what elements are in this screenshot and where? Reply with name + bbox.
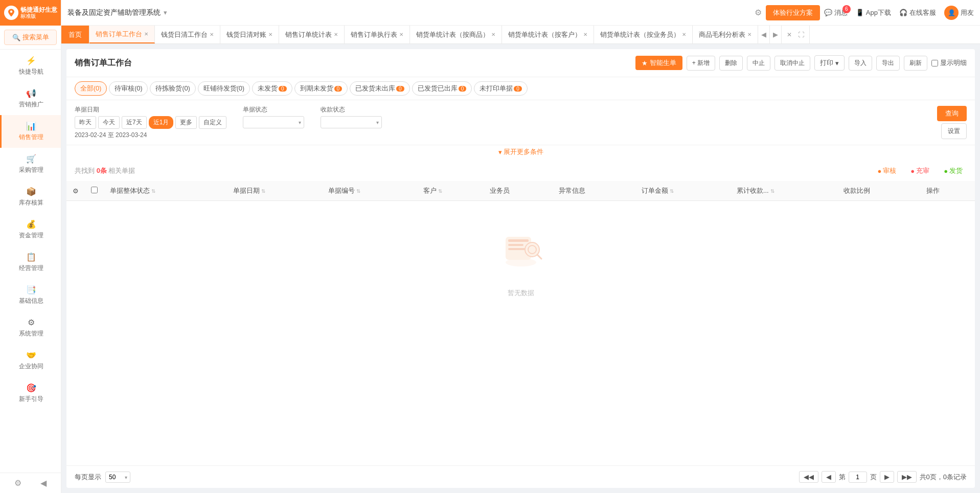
finance-icon: 💰: [26, 219, 36, 229]
delete-button[interactable]: 删除: [719, 56, 743, 71]
sidebar-item-inventory[interactable]: 📦 库存核算: [0, 181, 61, 213]
select-all-checkbox[interactable]: [91, 187, 98, 193]
filter-tab-wangpu[interactable]: 旺铺待发货(0): [198, 81, 250, 96]
tab-sales-stat-staff[interactable]: 销货单统计表（按业务员） ✕: [594, 26, 693, 43]
filter-tab-shipped-out[interactable]: 已发货已出库0: [412, 81, 472, 96]
svg-rect-3: [508, 244, 523, 246]
filter-tab-shipped-not-out[interactable]: 已发货未出库0: [350, 81, 410, 96]
tab-cash-daily[interactable]: 钱货日清工作台 ✕: [155, 26, 220, 43]
export-button[interactable]: 导出: [876, 56, 900, 71]
solution-button[interactable]: 体验行业方案: [766, 5, 820, 20]
sidebar-item-quick-nav[interactable]: ⚡ 快捷导航: [0, 50, 61, 82]
topbar-message[interactable]: 💬 消息 6: [824, 8, 848, 17]
sidebar-item-purchase[interactable]: 🛒 采购管理: [0, 148, 61, 181]
expand-conditions-button[interactable]: ▾ 展开更多条件: [498, 147, 543, 156]
new-button[interactable]: + 新增: [687, 56, 715, 71]
tab-stat-customer-close[interactable]: ✕: [583, 32, 587, 37]
smart-create-button[interactable]: ★ 智能生单: [635, 56, 682, 70]
sidebar-item-basic-info[interactable]: 📑 基础信息: [0, 279, 61, 311]
page-size-select[interactable]: 10 20 50 100: [105, 472, 130, 483]
sidebar-item-finance[interactable]: 💰 资金管理: [0, 213, 61, 246]
tab-stat-staff-close[interactable]: ✕: [682, 32, 686, 37]
topbar-user[interactable]: 👤 用友: [944, 6, 974, 20]
ship-button[interactable]: ● 发货: [940, 165, 967, 177]
tab-sales-stat-product[interactable]: 销货单统计表（按商品） ✕: [410, 26, 502, 43]
show-detail-label[interactable]: 显示明细: [931, 58, 967, 68]
date-btn-more[interactable]: 更多: [175, 116, 197, 129]
tab-cash-daily-close[interactable]: ✕: [210, 32, 214, 37]
tab-close-all-icon[interactable]: ✕: [785, 30, 794, 39]
audit-button[interactable]: ● 审核: [873, 165, 900, 177]
search-menu-button[interactable]: 🔍 搜索菜单: [4, 30, 57, 45]
query-button[interactable]: 查询: [937, 106, 967, 121]
sidebar-item-system[interactable]: ⚙ 系统管理: [0, 311, 61, 344]
column-settings-icon[interactable]: ⚙: [73, 187, 79, 195]
refresh-button[interactable]: 刷新: [904, 56, 927, 71]
app-version: 标准版: [20, 13, 57, 19]
guide-icon: 🎯: [26, 383, 36, 393]
date-btn-1month[interactable]: 近1月: [149, 116, 174, 129]
receipt-select-wrapper: [321, 116, 382, 128]
sidebar-item-operations[interactable]: 📋 经营管理: [0, 246, 61, 279]
tab-sales-exec-label: 销售订单执行表: [351, 30, 397, 39]
filter-tab-expired-not-shipped[interactable]: 到期未发货0: [294, 81, 348, 96]
tab-sales-workbench[interactable]: 销售订单工作台 ✕: [89, 26, 155, 43]
show-detail-checkbox[interactable]: [931, 60, 938, 66]
tab-product-margin-close[interactable]: ✕: [747, 32, 751, 37]
tab-sales-stat-close[interactable]: ✕: [334, 32, 338, 37]
tab-prev[interactable]: ◀: [758, 26, 770, 43]
first-page-button[interactable]: ◀◀: [799, 471, 818, 483]
page-input[interactable]: [849, 472, 867, 483]
sidebar-settings-icon[interactable]: ⚙: [14, 478, 21, 488]
prev-page-button[interactable]: ◀: [822, 471, 836, 483]
sidebar-collapse-icon[interactable]: ◀: [40, 478, 47, 488]
tab-stat-product-close[interactable]: ✕: [491, 32, 495, 37]
filter-tab-pending-check[interactable]: 待拣验货(0): [150, 81, 195, 96]
tab-cash-reconcile-close[interactable]: ✕: [268, 32, 272, 37]
filter-tab-not-printed[interactable]: 未打印单据0: [474, 81, 528, 96]
stop-button[interactable]: 中止: [747, 56, 770, 71]
tab-close-icon[interactable]: ✕: [144, 31, 148, 37]
tab-next[interactable]: ▶: [770, 26, 782, 43]
amount-sort[interactable]: 订单金额 ⇅: [642, 186, 724, 195]
status-select[interactable]: [243, 116, 304, 128]
topbar: 装备及固定资产辅助管理系统 ▾ ⚙ 体验行业方案 💬 消息 6 📱 App下载 …: [61, 0, 980, 26]
received-sort[interactable]: 累计收款... ⇅: [737, 186, 831, 195]
number-sort[interactable]: 单据编号 ⇅: [328, 186, 411, 195]
print-button[interactable]: 打印 ▾: [814, 55, 845, 71]
setting-button[interactable]: 设置: [941, 123, 967, 139]
revoke-button[interactable]: ● 充审: [906, 165, 933, 177]
filter-tab-pending-audit[interactable]: 待审核(0): [109, 81, 148, 96]
tab-maximize-icon[interactable]: ⛶: [796, 30, 806, 39]
next-page-button[interactable]: ▶: [880, 471, 894, 483]
tab-sales-exec-close[interactable]: ✕: [399, 32, 403, 37]
date-sort[interactable]: 单据日期 ⇅: [233, 186, 316, 195]
sidebar-item-guide[interactable]: 🎯 新手引导: [0, 377, 61, 410]
topbar-online-service[interactable]: 🎧 在线客服: [899, 8, 936, 17]
sidebar-item-sales[interactable]: 📊 销售管理: [0, 115, 61, 148]
topbar-gear-icon[interactable]: ⚙: [755, 8, 762, 17]
tab-sales-stat-customer[interactable]: 销货单统计表（按客户） ✕: [502, 26, 594, 43]
date-btn-yesterday[interactable]: 昨天: [75, 116, 96, 129]
last-page-button[interactable]: ▶▶: [897, 471, 917, 483]
customer-sort[interactable]: 客户 ⇅: [423, 186, 477, 195]
filter-tab-not-shipped[interactable]: 未发货0: [252, 81, 292, 96]
date-btn-today[interactable]: 今天: [98, 116, 120, 129]
tab-cash-reconcile[interactable]: 钱货日清对账 ✕: [220, 26, 279, 43]
import-button[interactable]: 导入: [849, 56, 872, 71]
sort-icon-customer: ⇅: [438, 188, 442, 194]
basic-info-icon: 📑: [26, 285, 36, 295]
receipt-select[interactable]: [321, 116, 382, 128]
cancel-stop-button[interactable]: 取消中止: [774, 56, 810, 71]
tab-home[interactable]: 首页: [61, 26, 89, 43]
sidebar-item-marketing[interactable]: 📢 营销推广: [0, 82, 61, 115]
tab-sales-stat[interactable]: 销售订单统计表 ✕: [279, 26, 345, 43]
sidebar-item-enterprise[interactable]: 🤝 企业协同: [0, 344, 61, 377]
filter-tab-all[interactable]: 全部(0): [75, 81, 107, 96]
topbar-app-download[interactable]: 📱 App下载: [856, 8, 891, 17]
tab-sales-exec[interactable]: 销售订单执行表 ✕: [345, 26, 410, 43]
date-btn-7days[interactable]: 近7天: [122, 116, 147, 129]
date-btn-custom[interactable]: 自定义: [199, 116, 226, 129]
status-sort[interactable]: 单据整体状态 ⇅: [110, 186, 221, 195]
tab-product-margin[interactable]: 商品毛利分析表 ✕: [693, 26, 758, 43]
